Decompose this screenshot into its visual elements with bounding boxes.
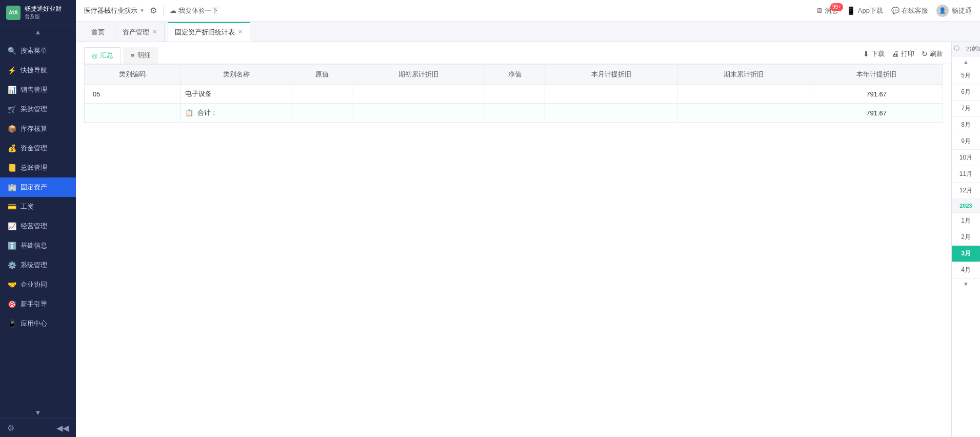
sidebar-item-label: 采购管理 bbox=[21, 105, 47, 114]
sidebar-item-label: 总账管理 bbox=[21, 163, 47, 172]
sidebar-item-ledger[interactable]: 📒 总账管理 bbox=[0, 158, 76, 177]
sidebar-item-system[interactable]: ⚙️ 系统管理 bbox=[0, 255, 76, 275]
date-panel-list: ▲ 5月 6月 7月 8月 9月 10月 11月 12月 2023 1月 2月 … bbox=[952, 56, 980, 437]
app-download-button[interactable]: 📱 App下载 bbox=[846, 6, 883, 15]
sidebar-item-enterprise[interactable]: 🤝 企业协同 bbox=[0, 275, 76, 294]
print-button[interactable]: 🖨 打印 bbox=[892, 49, 914, 58]
sidebar-item-search[interactable]: 🔍 搜索菜单 bbox=[0, 41, 76, 61]
date-panel-month[interactable]: 8月 bbox=[952, 117, 980, 133]
sidebar-item-quick-nav[interactable]: ⚡ 快捷导航 bbox=[0, 61, 76, 80]
experience-icon: ☁ bbox=[170, 7, 176, 14]
sidebar-item-salary[interactable]: 💳 工资 bbox=[0, 197, 76, 216]
summary-label: 📋 合计： bbox=[181, 104, 292, 123]
date-panel-month[interactable]: 5月 bbox=[952, 68, 980, 84]
logo-edition: 普及版 bbox=[25, 13, 62, 21]
sidebar-item-capital[interactable]: 💰 资金管理 bbox=[0, 138, 76, 158]
download-button[interactable]: ⬇ 下载 bbox=[863, 49, 885, 58]
col-header-annual: 本年计提折旧 bbox=[810, 65, 943, 85]
logo-text: 畅捷通好业财 普及版 bbox=[25, 5, 62, 21]
sidebar-item-guide[interactable]: 🎯 新手引导 bbox=[0, 294, 76, 314]
date-panel-active-month[interactable]: 3月 bbox=[952, 246, 980, 262]
logo-icon: AtA bbox=[6, 6, 21, 20]
sidebar-nav: 🔍 搜索菜单 ⚡ 快捷导航 📊 销售管理 🛒 采购管理 📦 库存核算 💰 资金管… bbox=[0, 38, 76, 407]
sidebar-item-purchase[interactable]: 🛒 采购管理 bbox=[0, 100, 76, 119]
date-panel-expand-icon[interactable]: ⬡ bbox=[954, 44, 959, 52]
sidebar-item-inventory[interactable]: 📦 库存核算 bbox=[0, 119, 76, 138]
collapse-sidebar-button[interactable]: ◀◀ bbox=[56, 423, 69, 433]
date-panel-month[interactable]: 7月 bbox=[952, 101, 980, 117]
sidebar-logo: AtA 畅捷通好业财 普及版 bbox=[0, 0, 76, 26]
date-panel-year-2023: 2023 bbox=[952, 199, 980, 213]
sidebar-item-label: 基础信息 bbox=[21, 241, 47, 250]
sub-tab-detail[interactable]: ≡ 明细 bbox=[123, 47, 158, 64]
settings-icon[interactable]: ⚙ bbox=[7, 423, 14, 433]
summary-initial-accum bbox=[352, 104, 485, 123]
user-menu-button[interactable]: 👤 畅捷通 bbox=[936, 5, 972, 17]
app-center-icon: 📱 bbox=[7, 319, 16, 328]
online-service-button[interactable]: 💬 在线客服 bbox=[891, 6, 928, 15]
sidebar-item-label: 应用中心 bbox=[21, 319, 47, 328]
refresh-button[interactable]: ↻ 刷新 bbox=[922, 49, 943, 58]
sidebar: AtA 畅捷通好业财 普及版 ▲ 🔍 搜索菜单 ⚡ 快捷导航 📊 销售管理 🛒 … bbox=[0, 0, 76, 437]
sidebar-item-label: 固定资产 bbox=[21, 183, 47, 192]
date-panel-month[interactable]: 6月 bbox=[952, 84, 980, 101]
col-header-net-value: 净值 bbox=[485, 65, 545, 85]
cell-annual: 791.67 bbox=[810, 85, 943, 104]
company-selector[interactable]: 医疗器械行业演示 ▼ bbox=[84, 6, 145, 15]
table-wrap: 类别编码 类别名称 原值 期初累计折旧 净值 本月计提折旧 期末累计折旧 本年计… bbox=[76, 64, 951, 437]
tab-asset-mgmt[interactable]: 资产管理 ✕ bbox=[115, 22, 165, 42]
sidebar-scroll-up[interactable]: ▲ bbox=[0, 26, 76, 38]
cell-code: 05 bbox=[85, 85, 181, 104]
tab-close-asset-mgmt[interactable]: ✕ bbox=[152, 29, 157, 35]
search-icon: 🔍 bbox=[7, 46, 16, 55]
print-icon: 🖨 bbox=[892, 50, 899, 58]
col-header-end-accum: 期末累计折旧 bbox=[677, 65, 810, 85]
purchase-icon: 🛒 bbox=[7, 105, 16, 114]
cell-net-value bbox=[485, 85, 545, 104]
sidebar-item-app-center[interactable]: 📱 应用中心 bbox=[0, 314, 76, 333]
user-avatar: 👤 bbox=[936, 5, 949, 17]
tab-label: 固定资产折旧统计表 bbox=[175, 28, 235, 37]
topbar: 医疗器械行业演示 ▼ ⚙ ☁ 我要体验一下 🖥 消息 99+ 📱 App下载 💬… bbox=[76, 0, 980, 22]
sidebar-item-basic-info[interactable]: ℹ️ 基础信息 bbox=[0, 236, 76, 255]
topbar-settings-icon[interactable]: ⚙ bbox=[150, 6, 157, 15]
depreciation-table: 类别编码 类别名称 原值 期初累计折旧 净值 本月计提折旧 期末累计折旧 本年计… bbox=[84, 64, 943, 123]
summary-end-accum bbox=[677, 104, 810, 123]
date-panel-close-button[interactable]: ✕ bbox=[972, 44, 978, 52]
sidebar-item-label: 系统管理 bbox=[21, 261, 47, 270]
sub-tabs: ◎ 汇总 ≡ 明细 ⬇ 下载 🖨 打印 bbox=[76, 42, 951, 64]
sub-tab-label: 明细 bbox=[137, 51, 151, 60]
online-service-label: 在线客服 bbox=[902, 6, 928, 15]
cell-initial-accum bbox=[352, 85, 485, 104]
sidebar-item-label: 库存核算 bbox=[21, 124, 47, 133]
date-panel-month[interactable]: 2月 bbox=[952, 229, 980, 246]
sidebar-scroll-down[interactable]: ▼ bbox=[0, 407, 76, 419]
tabs-bar: 首页 资产管理 ✕ 固定资产折旧统计表 ✕ bbox=[76, 22, 980, 42]
enterprise-icon: 🤝 bbox=[7, 280, 16, 289]
sales-icon: 📊 bbox=[7, 85, 16, 94]
inventory-icon: 📦 bbox=[7, 124, 16, 133]
app-download-label: App下载 bbox=[858, 6, 883, 15]
date-panel-month[interactable]: 9月 bbox=[952, 133, 980, 150]
sidebar-item-sales[interactable]: 📊 销售管理 bbox=[0, 80, 76, 100]
notifications-button[interactable]: 🖥 消息 99+ bbox=[816, 6, 838, 15]
notifications-icon: 🖥 bbox=[816, 7, 823, 14]
sidebar-item-fixed-assets[interactable]: 🏢 固定资产 bbox=[0, 177, 76, 197]
date-panel-month[interactable]: 12月 bbox=[952, 183, 980, 199]
logo-name: 畅捷通好业财 bbox=[25, 5, 62, 13]
tab-close-depreciation-report[interactable]: ✕ bbox=[238, 29, 243, 35]
summary-empty bbox=[85, 104, 181, 123]
summary-tab-icon: ◎ bbox=[92, 52, 97, 59]
date-panel-nav-up[interactable]: ▲ bbox=[952, 56, 980, 68]
date-panel-month[interactable]: 10月 bbox=[952, 150, 980, 166]
experience-button[interactable]: ☁ 我要体验一下 bbox=[170, 6, 218, 15]
tab-home[interactable]: 首页 bbox=[84, 22, 112, 42]
date-panel-month[interactable]: 11月 bbox=[952, 166, 980, 183]
date-panel-month[interactable]: 1月 bbox=[952, 213, 980, 229]
date-panel-nav-down[interactable]: ▼ bbox=[952, 279, 980, 290]
tab-depreciation-report[interactable]: 固定资产折旧统计表 ✕ bbox=[168, 22, 250, 42]
main-content: 医疗器械行业演示 ▼ ⚙ ☁ 我要体验一下 🖥 消息 99+ 📱 App下载 💬… bbox=[76, 0, 980, 437]
sidebar-item-operations[interactable]: 📈 经营管理 bbox=[0, 216, 76, 236]
date-panel-month[interactable]: 4月 bbox=[952, 262, 980, 279]
sub-tab-summary[interactable]: ◎ 汇总 bbox=[84, 47, 121, 64]
